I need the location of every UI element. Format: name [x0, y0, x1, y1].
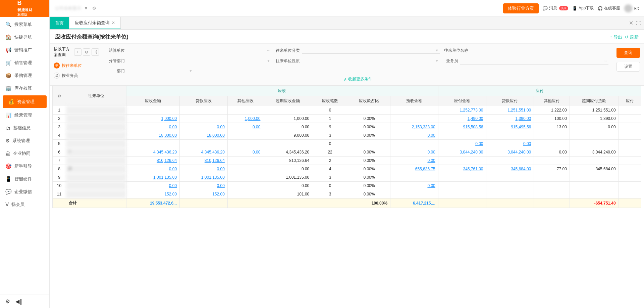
collapse-sidebar-icon[interactable]: ◀‖	[15, 298, 22, 305]
search-icon: 🔍	[5, 21, 12, 28]
sidebar-item-system[interactable]: ⚙ 系统管理	[0, 134, 49, 147]
table-cell[interactable]: 810,126.64	[126, 157, 180, 165]
table-cell[interactable]: 1,000.00	[126, 115, 180, 123]
export-btn[interactable]: ↑ 导出	[610, 34, 623, 40]
notification-btn[interactable]: 💬 消息 99+	[543, 5, 568, 11]
purchase-icon: 📦	[5, 73, 12, 79]
table-cell[interactable]: 345,684.00	[486, 165, 534, 173]
tab-home-label: 首页	[55, 20, 64, 26]
department-select[interactable]: ▼	[127, 68, 194, 74]
sidebar-item-enterprise[interactable]: 🏛 企业协同	[0, 147, 49, 160]
scheme-by-unit[interactable]: 单 按往来单位	[50, 60, 103, 71]
table-cell[interactable]: 0.00	[390, 157, 438, 165]
close-window-icon[interactable]: ✕	[629, 20, 633, 26]
footer-ar-amount[interactable]: 19,553,472,6...	[126, 199, 180, 208]
sidebar-item-finance[interactable]: 💰 资金管理	[3, 95, 47, 108]
sidebar-item-operations[interactable]: 📊 经营管理	[0, 109, 49, 122]
table-cell-unit	[66, 190, 126, 199]
sidebar-item-guide[interactable]: 🎯 新手引导	[0, 160, 49, 173]
table-cell[interactable]: 0.00	[180, 182, 228, 190]
maximize-icon[interactable]: ⛶	[636, 20, 641, 26]
add-scheme-btn[interactable]: +	[74, 48, 82, 56]
salesperson-input[interactable]: ···	[460, 57, 608, 64]
table-cell[interactable]: 152.00	[180, 190, 228, 199]
table-cell[interactable]: 0.00	[390, 148, 438, 157]
table-cell[interactable]: 1,251,551.00	[486, 106, 534, 115]
solution-btn[interactable]: 体验行业方案	[503, 3, 539, 13]
table-cell[interactable]: 0.00	[126, 165, 180, 173]
sidebar-item-inventory[interactable]: 🏢 库存核算	[0, 82, 49, 95]
table-cell[interactable]: 4,345,436.20	[180, 148, 228, 157]
table-cell[interactable]: 345,761.00	[438, 165, 486, 173]
table-cell[interactable]: 0.00	[126, 123, 180, 131]
sidebar-item-hardware[interactable]: 📱 智能硬件	[0, 173, 49, 185]
tab-close-icon[interactable]: ✕	[112, 20, 115, 25]
table-cell[interactable]: 915,508.56	[438, 123, 486, 131]
th-settings[interactable]: ⚙	[53, 86, 66, 106]
table-cell[interactable]: 0.00	[438, 140, 486, 148]
sidebar-item-member[interactable]: Ⅴ 畅会员	[0, 198, 49, 211]
table-cell[interactable]: 152.00	[126, 190, 180, 199]
table-cell[interactable]: 655,636.75	[390, 165, 438, 173]
filter-settings-btn[interactable]: 设置	[616, 62, 640, 72]
query-btn[interactable]: 查询	[616, 48, 640, 58]
table-cell[interactable]: 1,252,773.00	[438, 106, 486, 115]
table-cell[interactable]: 18,000.00	[180, 131, 228, 140]
table-wrapper[interactable]: ⚙ 往来单位 应收 应付 应收金额 贷款应收 其他应收 超期应收金额 应收笔数 …	[52, 86, 641, 208]
table-cell: 0	[312, 140, 348, 148]
table-cell[interactable]: 915,495.56	[486, 123, 534, 131]
app-download-btn[interactable]: 📱 App下载	[572, 5, 594, 11]
unit-category-select[interactable]: ▼	[302, 47, 440, 54]
tab-query[interactable]: 应收应付余额查询 ✕	[69, 17, 121, 29]
settlement-input[interactable]: ···	[127, 47, 272, 54]
table-cell: 7	[53, 157, 66, 165]
sidebar-item-purchase[interactable]: 📦 采购管理	[0, 69, 49, 82]
table-cell: 0.00	[570, 123, 619, 131]
table-cell[interactable]: 0.00	[390, 182, 438, 190]
scheme-by-staff[interactable]: 员 按业务员	[50, 71, 103, 81]
table-cell[interactable]: 3,044,240.00	[438, 148, 486, 157]
unit-nature-select[interactable]: ▼	[302, 58, 440, 64]
table-cell[interactable]: 1,001,135.00	[126, 173, 180, 182]
sidebar-item-base[interactable]: 🗂 基础信息	[0, 122, 49, 134]
sidebar-footer: ⚙ ◀‖	[0, 295, 49, 308]
user-profile[interactable]: Rit	[624, 4, 639, 12]
refresh-btn[interactable]: ↺ 刷新	[625, 34, 639, 40]
sidebar-item-marketing[interactable]: 📢 营销推广	[0, 44, 49, 56]
online-service-btn[interactable]: 🎧 在线客服	[598, 5, 620, 11]
table-cell[interactable]: 4,345,436.20	[126, 148, 180, 157]
dropdown-arrow[interactable]: ▼	[84, 6, 88, 11]
table-cell[interactable]: 2,153,333.00	[390, 123, 438, 131]
table-cell[interactable]: 3,044,240.00	[486, 148, 534, 157]
settings-footer-icon[interactable]: ⚙	[5, 298, 10, 305]
sidebar-item-sales[interactable]: 🛒 销售管理	[0, 56, 49, 69]
table-cell[interactable]: 1,001,135.00	[180, 173, 228, 182]
table-cell[interactable]: 0.00	[486, 140, 534, 148]
table-cell: 1,251,551.00	[570, 106, 619, 115]
sidebar-item-search[interactable]: 🔍 搜索菜单	[0, 18, 49, 31]
table-row: 7810,126.64810,126.64810,126.6420.00%0.0…	[53, 157, 641, 165]
scheme-settings-btn[interactable]: ⊙	[83, 48, 90, 56]
table-cell	[227, 157, 263, 165]
table-cell[interactable]: 0.00	[227, 123, 263, 131]
table-cell[interactable]: 0.00	[390, 131, 438, 140]
table-cell[interactable]: 0.00	[180, 123, 228, 131]
collapse-btn[interactable]: ∧ 收起更多条件	[107, 76, 608, 82]
table-cell[interactable]: 18,000.00	[126, 131, 180, 140]
footer-ar-prepay[interactable]: 6,417,215....	[390, 199, 438, 208]
sales-icon: 🛒	[5, 60, 12, 66]
tab-home[interactable]: 首页	[50, 17, 69, 29]
division-select[interactable]: ▼	[127, 58, 272, 64]
table-cell[interactable]: 810,126.64	[180, 157, 228, 165]
sidebar-item-quick[interactable]: 🏠 快捷导航	[0, 31, 49, 44]
table-cell[interactable]: 1,000.00	[227, 115, 263, 123]
table-cell[interactable]: 0.00	[227, 148, 263, 157]
table-cell[interactable]: 0.00	[180, 165, 228, 173]
table-cell[interactable]: 1,390.00	[486, 115, 534, 123]
settings-gear-icon[interactable]: ⚙	[92, 6, 96, 11]
table-cell[interactable]: 1,490.00	[438, 115, 486, 123]
scheme-collapse-btn[interactable]: 《	[92, 48, 99, 56]
table-cell[interactable]: 0.00	[126, 182, 180, 190]
sidebar-item-wechat[interactable]: 💬 企业微信	[0, 185, 49, 198]
unit-name-input[interactable]	[470, 47, 608, 54]
